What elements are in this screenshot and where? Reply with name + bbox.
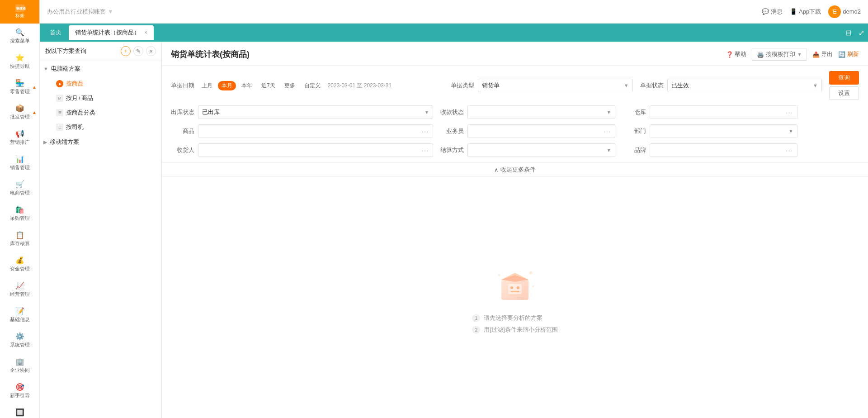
date-label: 单据日期 <box>171 81 198 90</box>
query-btn[interactable]: 查询 <box>829 71 859 85</box>
filter-goods: 商品 ··· <box>171 124 433 138</box>
empty-illustration <box>492 261 538 307</box>
collapse-label: 收起更多条件 <box>500 166 536 174</box>
wholesale-icon: 📦 <box>15 104 24 113</box>
sidebar-item-ecommerce[interactable]: 🛒 电商管理 <box>0 176 39 201</box>
export-btn[interactable]: 📤 导出 <box>812 50 833 58</box>
settlement-control[interactable]: ▼ <box>467 143 615 157</box>
scheme-item-by-month-goods[interactable]: M 按月+商品 <box>40 91 161 105</box>
sidebar-item-search[interactable]: 🔍 搜索菜单 <box>0 24 39 49</box>
tab-close-btn[interactable]: × <box>144 29 147 36</box>
brand-label: 品牌 <box>623 146 650 154</box>
date-btn-more[interactable]: 更多 <box>281 81 299 90</box>
goods-control[interactable]: ··· <box>198 124 433 138</box>
svg-rect-5 <box>508 284 522 294</box>
department-label: 部门 <box>623 127 650 135</box>
guide-icon: 🎯 <box>15 383 24 391</box>
filter-row-2: 出库状态 已出库 ▼ 收款状态 ▼ 仓库 <box>171 105 859 119</box>
app-download-btn[interactable]: 📱 App下载 <box>790 8 821 16</box>
messages-btn[interactable]: 💬 消息 <box>762 8 783 16</box>
tab-expand-icon[interactable]: ⊟ <box>845 28 851 37</box>
by-goods-category-icon: ☰ <box>56 109 63 116</box>
retail-icon: 🏪 <box>15 79 24 87</box>
settings-btn[interactable]: 设置 <box>829 86 859 100</box>
sidebar-item-purchase-label: 采购管理 <box>10 215 30 222</box>
sidebar-item-retail[interactable]: 🏪 零售管理 ▲ <box>0 74 39 100</box>
scheme-item-by-cashier[interactable]: ☰ 按司机 <box>40 120 161 134</box>
sidebar-item-apps[interactable]: 🔲 应用中心 <box>0 404 39 418</box>
date-btn-7days[interactable]: 近7天 <box>258 81 279 90</box>
scheme-collapse-btn[interactable]: « <box>146 46 156 56</box>
main-area: 办公用品行业模拟账套 ▼ 💬 消息 📱 App下载 E demo2 首页 销货单… <box>40 0 868 418</box>
page-title: 销货单统计表(按商品) <box>171 49 250 60</box>
date-btn-last-month[interactable]: 上月 <box>198 81 216 90</box>
tab-fullscreen-icon[interactable]: ⤢ <box>859 28 864 37</box>
refresh-btn[interactable]: 🔄 刷新 <box>838 50 859 58</box>
filter-warehouse: 仓库 ··· <box>623 105 797 119</box>
sidebar-item-search-label: 搜索菜单 <box>10 38 30 44</box>
doc-status-control[interactable]: 已生效 ▼ <box>667 79 822 92</box>
department-control[interactable]: ▼ <box>650 124 797 138</box>
out-status-value: 已出库 <box>202 108 220 116</box>
sidebar-item-purchase[interactable]: 🛍️ 采购管理 <box>0 201 39 226</box>
sidebar-item-inventory[interactable]: 📋 库存核算 <box>0 226 39 252</box>
date-btn-this-month[interactable]: 本月 <box>218 81 236 90</box>
help-label: 帮助 <box>735 50 746 58</box>
tab-home[interactable]: 首页 <box>43 25 68 40</box>
avatar: E <box>828 5 841 18</box>
breadcrumb-text: 办公用品行业模拟账套 <box>47 8 106 16</box>
sidebar-item-quick-nav[interactable]: ⭐ 快捷导航 <box>0 49 39 74</box>
filter-payment-status: 收款状态 ▼ <box>440 105 615 119</box>
tab-sales-stats[interactable]: 销货单统计表（按商品） × <box>69 25 154 40</box>
filter-date: 单据日期 上月 本月 本年 近7天 更多 自定义 2023-03-01 至 20… <box>171 81 443 90</box>
sidebar-item-quick-nav-label: 快捷导航 <box>10 63 30 70</box>
out-status-control[interactable]: 已出库 ▼ <box>198 105 433 119</box>
filter-row-4: 收货人 ··· 结算方式 ▼ 品牌 <box>171 143 859 157</box>
sidebar-item-guide[interactable]: 🎯 新手引导 <box>0 378 39 404</box>
print-dropdown-icon: ▼ <box>797 52 802 57</box>
scheme-add-btn[interactable]: + <box>121 46 131 56</box>
svg-point-7 <box>517 286 519 289</box>
sidebar-item-marketing[interactable]: 📢 营销推广 <box>0 125 39 150</box>
sidebar-item-operations[interactable]: 📈 经营管理 <box>0 277 39 302</box>
scheme-edit-btn[interactable]: ✎ <box>133 46 143 56</box>
payment-status-control[interactable]: ▼ <box>467 105 615 119</box>
logo-area: 畅捷通 标账 <box>0 0 39 24</box>
consignee-dots: ··· <box>421 147 429 154</box>
sidebar-item-basic[interactable]: 📝 基础信息 <box>0 302 39 328</box>
scheme-group-mobile-header[interactable]: ▶ 移动端方案 <box>40 134 161 150</box>
help-btn[interactable]: ❓ 帮助 <box>726 50 746 58</box>
collapse-btn[interactable]: ∧ 收起更多条件 <box>494 166 536 174</box>
date-btn-this-year[interactable]: 本年 <box>238 81 256 90</box>
sidebar-item-system-label: 系统管理 <box>10 342 30 348</box>
sidebar-item-finance[interactable]: 💰 资金管理 <box>0 252 39 277</box>
doc-status-value: 已生效 <box>671 81 689 90</box>
basic-icon: 📝 <box>15 307 24 315</box>
print-icon: 🖨️ <box>757 51 764 58</box>
scheme-group-pc-header[interactable]: ▼ 电脑端方案 <box>40 61 161 76</box>
sidebar-item-system[interactable]: ⚙️ 系统管理 <box>0 328 39 353</box>
date-btn-custom[interactable]: 自定义 <box>301 81 324 90</box>
consignee-control[interactable]: ··· <box>198 143 433 157</box>
collapse-bar[interactable]: ∧ 收起更多条件 <box>162 163 868 177</box>
salesperson-control[interactable]: ··· <box>467 124 615 138</box>
scheme-item-by-goods-category[interactable]: ☰ 按商品分类 <box>40 105 161 120</box>
by-goods-category-label: 按商品分类 <box>66 109 95 117</box>
tip-2-num: 2 <box>472 326 480 334</box>
sidebar-item-enterprise[interactable]: 🏢 企业协同 <box>0 353 39 378</box>
sales-icon: 📊 <box>15 155 24 163</box>
sidebar-item-sales[interactable]: 📊 销售管理 <box>0 150 39 176</box>
warehouse-control[interactable]: ··· <box>650 105 797 119</box>
out-status-arrow: ▼ <box>424 109 429 115</box>
scheme-item-by-goods[interactable]: ● 按商品 <box>40 76 161 91</box>
brand-control[interactable]: ··· <box>650 143 797 157</box>
doc-type-control[interactable]: 销货单 ▼ <box>478 79 632 92</box>
sidebar-item-marketing-label: 营销推广 <box>10 139 30 146</box>
filter-consignee: 收货人 ··· <box>171 143 433 157</box>
template-print-btn[interactable]: 🖨️ 按模板打印 ▼ <box>752 48 807 61</box>
user-menu[interactable]: E demo2 <box>828 5 861 18</box>
filter-out-status: 出库状态 已出库 ▼ <box>171 105 433 119</box>
sidebar-item-wholesale[interactable]: 📦 批发管理 ▲ <box>0 100 39 125</box>
refresh-icon: 🔄 <box>838 51 845 58</box>
empty-tip-2: 2 用[过滤]条件来缩小分析范围 <box>472 326 557 334</box>
